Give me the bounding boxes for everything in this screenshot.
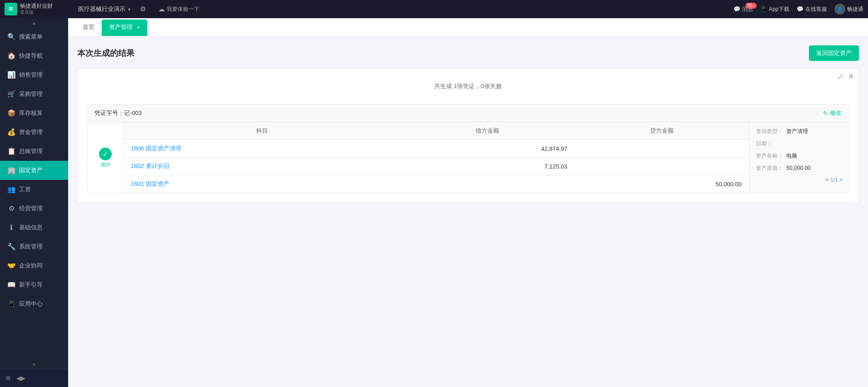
try-feature[interactable]: ☁ 我要体验一下 [154, 4, 204, 15]
workspace-selector[interactable]: 医疗器械行业演示 ▾ [73, 5, 136, 13]
edit-button[interactable]: ✎ 修改 [823, 109, 842, 117]
return-button[interactable]: 返回固定资产 [809, 45, 859, 61]
subject-cell-3: 1601 固定资产 [124, 175, 400, 193]
table-row: 1601 固定资产 50,000.00 [124, 175, 749, 193]
sidebar-item-label: 新手引导 [19, 281, 43, 289]
try-feature-label: 我要体验一下 [167, 5, 199, 13]
credit-cell-2 [575, 158, 749, 175]
sidebar-item-basic-info[interactable]: ℹ 基础信息 [0, 218, 68, 237]
original-value-value: 50,000.00 [786, 165, 810, 171]
enterprise-icon: 🤝 [7, 262, 15, 270]
col-credit: 贷方金额 [575, 122, 749, 140]
sidebar-item-payroll[interactable]: 👥 工资 [0, 180, 68, 199]
status-column: ✓ 成功 [87, 122, 124, 193]
date-row: 日期： [756, 140, 843, 148]
sidebar-item-app-center[interactable]: 📱 应用中心 [0, 294, 68, 313]
tab-asset-management[interactable]: 资产管理 × [102, 20, 147, 36]
operations-icon: ⚙ [7, 204, 15, 213]
side-info-panel: 变动类型： 资产清理 日期： 资产名称： 电脑 [749, 122, 849, 193]
gear-button[interactable]: ⚙ [136, 2, 149, 16]
asset-name-row: 资产名称： 电脑 [756, 152, 843, 160]
sidebar-item-label: 基础信息 [19, 223, 43, 232]
subject-cell-1: 1606 固定资产清理 [124, 140, 400, 158]
credit-cell-1 [575, 140, 749, 158]
tab-bar: 首页 资产管理 × [68, 18, 868, 36]
sidebar-item-sales[interactable]: 📊 销售管理 [0, 65, 68, 84]
sidebar-item-finance[interactable]: 💰 资金管理 [0, 123, 68, 142]
sidebar-item-label: 经营管理 [19, 204, 43, 213]
sidebar-item-purchase[interactable]: 🛒 采购管理 [0, 84, 68, 104]
online-service-button[interactable]: 💬 在线客服 [797, 5, 827, 13]
asset-name-value: 电脑 [786, 153, 797, 159]
success-icon: ✓ [99, 148, 112, 160]
tab-asset-label: 资产管理 [109, 24, 133, 30]
sidebar-scroll-up[interactable]: ▲ [0, 18, 68, 27]
panel-maximize-button[interactable]: ⤢ [838, 72, 843, 81]
sidebar-item-quick-nav[interactable]: 🏠 快捷导航 [0, 46, 68, 65]
purchase-icon: 🛒 [7, 90, 15, 98]
voucher-header: 凭证字号：记-003 ✎ 修改 [87, 104, 849, 122]
finance-icon: 💰 [7, 128, 15, 136]
service-icon: 💬 [797, 6, 804, 12]
app-download-button[interactable]: 📱 App下载 [760, 5, 789, 13]
app-center-icon: 📱 [7, 300, 15, 308]
original-value-row: 资产原值： 50,000.00 [756, 164, 843, 172]
tutorial-icon: 📖 [7, 281, 15, 289]
sidebar-item-search[interactable]: 🔍 搜索菜单 [0, 27, 68, 46]
page-indicator: 1/1 [830, 177, 839, 183]
header-right: 💬 消息 99+ 📱 App下载 💬 在线客服 👤 畅捷通 [734, 4, 863, 15]
basic-info-icon: ℹ [7, 223, 15, 232]
online-service-label: 在线客服 [805, 5, 827, 13]
sidebar: ▲ 🔍 搜索菜单 🏠 快捷导航 📊 销售管理 🛒 采购管理 📦 库存核算 [0, 18, 68, 387]
tab-close-button[interactable]: × [137, 25, 140, 30]
subject-cell-2: 1602 累计折旧 [124, 158, 400, 175]
voucher-table: 科目 借方金额 贷方金额 1606 固定资产清理 42,874. [124, 122, 749, 193]
ledger-icon: 📋 [7, 147, 15, 155]
edit-icon: ✎ [823, 110, 828, 117]
sidebar-item-ledger[interactable]: 📋 总账管理 [0, 142, 68, 161]
sidebar-collapse-button[interactable]: ◀▶ [16, 375, 25, 382]
success-label: 成功 [100, 161, 110, 168]
sidebar-item-enterprise[interactable]: 🤝 企业协同 [0, 256, 68, 275]
workspace-name: 医疗器械行业演示 [78, 5, 125, 13]
panel-close-button[interactable]: ✕ [848, 72, 854, 81]
next-page-button[interactable]: > [839, 177, 843, 183]
sidebar-footer: ⚙ ◀▶ [0, 369, 68, 387]
page-title: 本次生成的结果 [77, 48, 134, 59]
page-header: 本次生成的结果 返回固定资产 [77, 45, 859, 61]
debit-cell-3 [400, 175, 575, 193]
workspace-chevron: ▾ [128, 7, 130, 12]
sidebar-item-system[interactable]: 🔧 系统管理 [0, 237, 68, 256]
sidebar-item-label: 总账管理 [19, 147, 43, 155]
sidebar-settings-button[interactable]: ⚙ [5, 375, 11, 382]
sidebar-item-fixed-assets[interactable]: 🏢 固定资产 [0, 161, 68, 180]
sidebar-scroll-down[interactable]: ▼ [0, 360, 68, 369]
page-content: 本次生成的结果 返回固定资产 ⤢ ✕ 共生成 1张凭证，0张失败 凭证字号：记-… [68, 36, 868, 387]
change-type-label: 变动类型： [756, 128, 783, 134]
user-menu[interactable]: 👤 畅捷通 [834, 4, 863, 15]
sales-icon: 📊 [7, 71, 15, 79]
col-subject: 科目 [124, 122, 400, 140]
voucher-content: ✓ 成功 科目 借方金额 贷方 [87, 122, 849, 193]
logo-icon: 财 [5, 3, 17, 15]
sidebar-item-label: 采购管理 [19, 90, 43, 98]
content-area: 首页 资产管理 × 本次生成的结果 返回固定资产 ⤢ ✕ 共生成 1张凭证，0张… [68, 18, 868, 387]
sidebar-item-label: 搜索菜单 [19, 33, 43, 41]
col-debit: 借方金额 [400, 122, 575, 140]
debit-cell-2: 7,125.03 [400, 158, 575, 175]
edit-label: 修改 [830, 109, 842, 117]
prev-page-button[interactable]: < [826, 177, 829, 183]
mobile-icon: 📱 [760, 6, 767, 12]
message-button[interactable]: 💬 消息 99+ [734, 5, 753, 13]
sidebar-item-tutorial[interactable]: 📖 新手引导 [0, 275, 68, 294]
top-header: 财 畅捷通好业财 普及版 医疗器械行业演示 ▾ ⚙ ☁ 我要体验一下 💬 消息 … [0, 0, 868, 18]
sidebar-item-label: 资金管理 [19, 128, 43, 136]
table-row: 1606 固定资产清理 42,874.97 [124, 140, 749, 158]
voucher-no: 凭证字号：记-003 [94, 109, 142, 117]
sidebar-item-inventory[interactable]: 📦 库存核算 [0, 104, 68, 123]
tab-home-label: 首页 [83, 24, 94, 30]
sidebar-item-operations[interactable]: ⚙ 经营管理 [0, 199, 68, 218]
avatar: 👤 [834, 4, 845, 15]
tab-home[interactable]: 首页 [75, 20, 102, 36]
payroll-icon: 👥 [7, 185, 15, 194]
